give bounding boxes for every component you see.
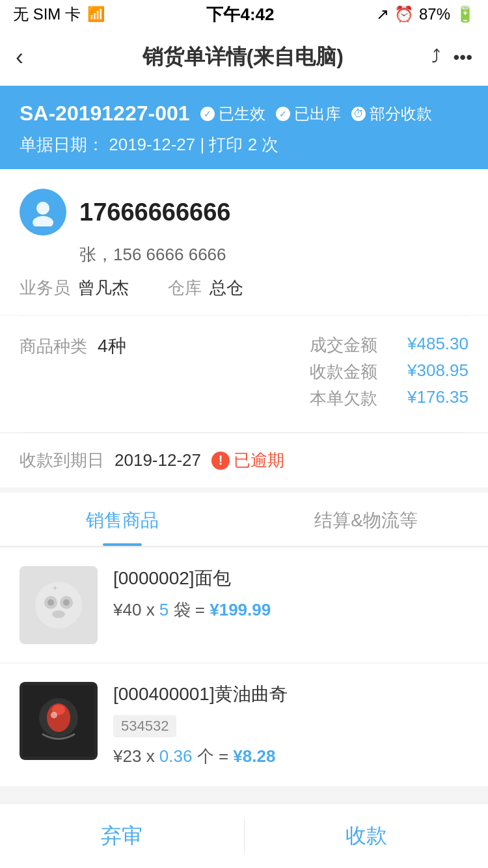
product-price-1: ¥40 x 5 袋 = ¥199.99 [113, 599, 468, 621]
amount-value: ¥485.30 [390, 334, 468, 357]
received-label: 收款金额 [310, 360, 377, 383]
customer-phone: 17666666666 [79, 198, 230, 226]
price-x-1: x [146, 600, 159, 619]
svg-point-7 [52, 610, 65, 618]
product-name-2: [000400001]黄油曲奇 [113, 682, 468, 707]
svg-point-5 [47, 599, 54, 606]
print-count: 2 [248, 135, 257, 154]
cancel-audit-label: 弃审 [101, 822, 142, 850]
received-value: ¥308.95 [390, 360, 468, 383]
product-list: + [0000002]面包 ¥40 x 5 袋 = ¥199.99 [0, 548, 488, 786]
svg-point-0 [36, 202, 49, 215]
svg-text:+: + [53, 584, 57, 593]
owl-icon: + [33, 579, 85, 631]
thumb-dark-bg [20, 682, 98, 760]
price-eq-1: = [195, 600, 210, 619]
clock-icon: ⏱ [351, 107, 366, 121]
share-button[interactable]: ⤴ [431, 47, 441, 68]
check-icon: ✓ [200, 107, 215, 121]
summary-category: 商品种类 4种 [20, 334, 126, 359]
price-unit-2: 个 [197, 746, 214, 766]
tab-settlement[interactable]: 结算&物流等 [244, 493, 488, 546]
battery-text: 87% [419, 5, 450, 23]
category-value: 4种 [98, 334, 126, 359]
carrier-text: 无 SIM 卡 [13, 4, 81, 25]
price-base-2: ¥23 [113, 746, 141, 766]
svg-point-1 [33, 216, 53, 226]
warehouse-value: 总仓 [210, 277, 243, 299]
product-batch-2: 534532 [113, 715, 176, 737]
back-button[interactable]: ‹ [16, 44, 55, 71]
overdue-icon: ! [211, 452, 230, 470]
badge-partial: ⏱ 部分收款 [351, 103, 432, 124]
received-row: 收款金额 ¥308.95 [310, 360, 468, 383]
summary-row: 商品种类 4种 成交金额 ¥485.30 收款金额 ¥308.95 本单欠款 ¥… [20, 334, 468, 414]
bottom-actions: 弃审 收款 [0, 803, 488, 868]
order-date-row: 单据日期： 2019-12-27 | 打印 2 次 [20, 133, 468, 156]
badge-effective: ✓ 已生效 [200, 103, 265, 124]
product-name-1: [0000002]面包 [113, 566, 468, 591]
customer-info: 业务员 曾凡杰 仓库 总仓 [20, 277, 468, 299]
price-base-1: ¥40 [113, 600, 141, 619]
badge-shipped: ✓ 已出库 [276, 103, 341, 124]
debt-value: ¥176.35 [390, 387, 468, 410]
customer-section: 17666666666 张，156 6666 6666 业务员 曾凡杰 仓库 总… [0, 169, 488, 315]
nav-bar: ‹ 销货单详情(来自电脑) ⤴ ••• [0, 29, 488, 86]
cancel-audit-button[interactable]: 弃审 [0, 804, 244, 868]
tabs-bar: 销售商品 结算&物流等 [0, 493, 488, 547]
thumb-placeholder-1: + [20, 566, 98, 644]
avatar-icon [29, 198, 57, 226]
battery-icon: 🔋 [455, 5, 475, 23]
due-date: 2019-12-27 [115, 450, 201, 470]
status-badges: ✓ 已生效 ✓ 已出库 ⏱ 部分收款 [200, 103, 432, 124]
price-x-2: x [146, 746, 159, 766]
product-item-2: [000400001]黄油曲奇 534532 ¥23 x 0.36 个 = ¥8… [0, 664, 488, 786]
warehouse-info: 仓库 总仓 [168, 277, 243, 299]
amount-row: 成交金额 ¥485.30 [310, 334, 468, 357]
product-price-2: ¥23 x 0.36 个 = ¥8.28 [113, 745, 468, 768]
payment-button[interactable]: 收款 [245, 804, 489, 868]
product-thumbnail-2 [20, 682, 98, 760]
debt-row: 本单欠款 ¥176.35 [310, 387, 468, 410]
overdue-badge: ! 已逾期 [211, 449, 284, 472]
check-icon2: ✓ [276, 107, 290, 121]
wifi-icon: 📶 [87, 6, 105, 23]
svg-point-2 [35, 582, 82, 629]
avatar [20, 189, 66, 236]
more-button[interactable]: ••• [454, 47, 472, 68]
due-label: 收款到期日 [20, 449, 104, 472]
badge-shipped-label: 已出库 [294, 103, 341, 124]
product-thumbnail-1: + [20, 566, 98, 644]
status-bar: 无 SIM 卡 📶 下午4:42 ↗ ⏰ 87% 🔋 [0, 0, 488, 29]
svg-point-6 [63, 599, 70, 606]
tab-settlement-label: 结算&物流等 [314, 510, 418, 530]
alarm-icon: ⏰ [394, 5, 414, 23]
overdue-text: 已逾期 [234, 449, 284, 472]
amount-label: 成交金额 [310, 334, 377, 357]
svg-point-13 [51, 712, 57, 718]
debt-label: 本单欠款 [310, 387, 377, 410]
order-date-value: 2019-12-27 [109, 135, 195, 154]
order-id: SA-20191227-001 [20, 102, 190, 126]
sales-info: 业务员 曾凡杰 [20, 277, 129, 299]
order-header-top: SA-20191227-001 ✓ 已生效 ✓ 已出库 ⏱ 部分收款 [20, 102, 468, 126]
date-label: 单据日期： [20, 135, 104, 154]
due-section: 收款到期日 2019-12-27 ! 已逾期 [0, 433, 488, 487]
nav-actions: ⤴ ••• [431, 47, 472, 68]
price-eq-2: = [219, 746, 233, 766]
sales-label: 业务员 [20, 277, 70, 299]
badge-partial-label: 部分收款 [370, 103, 432, 124]
price-qty-1: 5 [159, 600, 169, 619]
price-unit-1: 袋 [174, 600, 191, 619]
print-label: | 打印 [200, 135, 247, 154]
tab-products[interactable]: 销售商品 [0, 493, 244, 546]
tabs-section: 销售商品 结算&物流等 + [0, 487, 488, 786]
price-total-1: ¥199.99 [210, 600, 271, 619]
status-time: 下午4:42 [206, 3, 274, 26]
product-info-2: [000400001]黄油曲奇 534532 ¥23 x 0.36 个 = ¥8… [113, 682, 468, 768]
product-info-1: [0000002]面包 ¥40 x 5 袋 = ¥199.99 [113, 566, 468, 621]
status-left: 无 SIM 卡 📶 [13, 4, 105, 25]
product-item: + [0000002]面包 ¥40 x 5 袋 = ¥199.99 [0, 548, 488, 662]
sales-value: 曾凡杰 [78, 277, 129, 299]
location-icon: ↗ [376, 5, 389, 23]
